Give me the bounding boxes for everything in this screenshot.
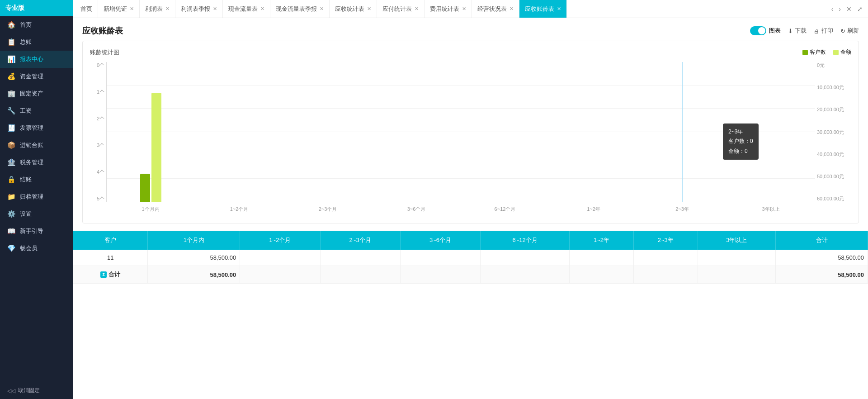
assets-icon: 🏢	[7, 90, 15, 98]
download-icon: ⬇	[788, 28, 793, 34]
y-right-label-10000: 10,000.00元	[817, 84, 844, 91]
sidebar-item-invoice[interactable]: 🧾 发票管理	[0, 119, 73, 137]
chart-x-labels: 1个月内 1~2个月 2~3个月 3~6个月 6~12个月 1~2年 2~3年 …	[106, 202, 815, 216]
tab-ar-stat[interactable]: 应收统计表 ✕	[330, 0, 377, 18]
y-right-label-30000: 30,000.00元	[817, 129, 844, 136]
sidebar-item-closing[interactable]: 🔒 结账	[0, 171, 73, 188]
page-content: 应收账龄表 图表 ⬇ 下载 🖨 打印 ↻ 刷新	[73, 18, 868, 399]
download-label: 下载	[795, 27, 807, 35]
table-row: 11 58,500.00 58,500.00	[73, 250, 868, 266]
tab-business-close[interactable]: ✕	[509, 6, 514, 12]
refresh-icon: ↻	[840, 28, 845, 34]
sidebar-item-label: 工资	[20, 107, 32, 115]
sidebar-item-ledger[interactable]: 📋 总账	[0, 33, 73, 51]
tab-expense[interactable]: 费用统计表 ✕	[425, 0, 472, 18]
y-right-label-50000: 50,000.00元	[817, 173, 844, 180]
tab-profit[interactable]: 利润表 ✕	[140, 0, 175, 18]
th-year2-3: 2~3年	[633, 231, 698, 250]
x-label-8: 3年以上	[726, 202, 815, 216]
tab-cashflow-close[interactable]: ✕	[260, 6, 264, 12]
tab-cashflow-quarter-close[interactable]: ✕	[320, 6, 324, 12]
sidebar-item-label: 税务管理	[20, 158, 43, 166]
chart-toggle-wrap: 图表	[750, 26, 781, 35]
total-icon: Σ	[100, 271, 107, 278]
chart-y-left: 5个 4个 3个 2个 1个 0个	[90, 62, 106, 202]
sidebar-item-label: 畅会员	[20, 244, 38, 252]
td-total-month1-2	[240, 266, 320, 284]
sidebar-item-guide[interactable]: 📖 新手引导	[0, 223, 73, 240]
td-total-month1: 58,500.00	[148, 266, 240, 284]
chart-toggle[interactable]	[750, 26, 766, 35]
tab-business-label: 经营状况表	[477, 5, 507, 13]
purchase-icon: 📦	[7, 141, 15, 149]
tab-ap-stat-close[interactable]: ✕	[415, 6, 419, 12]
print-button[interactable]: 🖨 打印	[814, 27, 833, 35]
tab-bar: 首页 新增凭证 ✕ 利润表 ✕ 利润表季报 ✕ 现金流量表 ✕ 现金流量表季报 …	[73, 0, 868, 18]
refresh-label: 刷新	[847, 27, 859, 35]
funds-icon: 💰	[7, 72, 15, 81]
tab-business[interactable]: 经营状况表 ✕	[472, 0, 519, 18]
sidebar-item-label: 发票管理	[20, 124, 43, 132]
settings-icon: ⚙️	[7, 210, 15, 218]
y-right-label-0: 0元	[817, 62, 825, 69]
tab-expense-close[interactable]: ✕	[462, 6, 466, 12]
sidebar-item-member[interactable]: 💎 畅会员	[0, 240, 73, 257]
th-month1: 1个月内	[148, 231, 240, 250]
print-label: 打印	[821, 27, 833, 35]
ledger-icon: 📋	[7, 38, 15, 46]
sidebar-item-home[interactable]: 🏠 首页	[0, 16, 73, 33]
legend-customer-dot	[802, 50, 808, 55]
tab-close-all-btn[interactable]: ✕	[844, 5, 854, 14]
tab-expand-btn[interactable]: ⤢	[855, 5, 864, 14]
home-icon: 🏠	[7, 21, 15, 29]
x-label-6: 1~2年	[549, 202, 638, 216]
chart-plot: 2~3年 客户数：0 金额：0	[106, 62, 815, 202]
salary-icon: 🔧	[7, 107, 15, 115]
tab-profit-quarter[interactable]: 利润表季报 ✕	[175, 0, 223, 18]
y-left-label-5: 5个	[97, 195, 104, 202]
td-total-year1-2	[570, 266, 634, 284]
tab-ar-aging-close[interactable]: ✕	[557, 6, 561, 12]
sidebar-item-assets[interactable]: 🏢 固定资产	[0, 85, 73, 102]
tab-next-btn[interactable]: ›	[837, 5, 843, 14]
chart-legend: 客户数 金额	[802, 48, 851, 56]
tab-ar-aging[interactable]: 应收账龄表 ✕	[519, 0, 567, 18]
sidebar-item-settings[interactable]: ⚙️ 设置	[0, 205, 73, 223]
sidebar-item-tax[interactable]: 🏦 税务管理	[0, 154, 73, 171]
page-actions: 图表 ⬇ 下载 🖨 打印 ↻ 刷新	[750, 26, 859, 35]
tab-voucher-close[interactable]: ✕	[130, 6, 134, 12]
sidebar-item-label: 进销台账	[20, 141, 43, 149]
y-right-label-20000: 20,000.00元	[817, 106, 844, 113]
tab-cashflow-quarter[interactable]: 现金流量表季报 ✕	[270, 0, 330, 18]
sidebar-item-funds[interactable]: 💰 资金管理	[0, 68, 73, 85]
tab-ar-stat-close[interactable]: ✕	[367, 6, 371, 12]
tab-cashflow[interactable]: 现金流量表 ✕	[223, 0, 270, 18]
tab-profit-close[interactable]: ✕	[165, 6, 170, 12]
tab-ap-stat[interactable]: 应付统计表 ✕	[377, 0, 425, 18]
download-button[interactable]: ⬇ 下载	[788, 27, 807, 35]
tab-ar-aging-label: 应收账龄表	[525, 5, 554, 13]
refresh-button[interactable]: ↻ 刷新	[840, 27, 859, 35]
sidebar-collapse-btn[interactable]: ◁◁ 取消固定	[0, 382, 73, 399]
bar-amount-1	[151, 93, 161, 202]
tab-home-label: 首页	[80, 5, 92, 13]
sidebar-item-reports[interactable]: 📊 报表中心	[0, 51, 73, 68]
sidebar-item-label: 报表中心	[20, 55, 43, 63]
sidebar-item-label: 总账	[20, 38, 32, 46]
tab-profit-quarter-close[interactable]: ✕	[213, 6, 217, 12]
tab-prev-btn[interactable]: ‹	[830, 5, 835, 14]
bar-group-4	[373, 62, 461, 202]
td-total-month6-12	[481, 266, 570, 284]
sidebar-item-purchase[interactable]: 📦 进销台账	[0, 137, 73, 154]
tab-nav-buttons: ‹ › ✕ ⤢	[828, 5, 866, 14]
y-left-label-2: 2个	[97, 115, 104, 122]
tab-home[interactable]: 首页	[75, 0, 98, 18]
tab-voucher-label: 新增凭证	[104, 5, 127, 13]
table-total-row: Σ 合计 58,500.00 58,500.00	[73, 266, 868, 284]
chart-toggle-label: 图表	[769, 27, 781, 35]
invoice-icon: 🧾	[7, 124, 15, 132]
tab-voucher[interactable]: 新增凭证 ✕	[98, 0, 140, 18]
chart-area: 账龄统计图 客户数 金额 5个 4个 3个 2个 1个	[82, 41, 859, 223]
sidebar-item-salary[interactable]: 🔧 工资	[0, 102, 73, 119]
sidebar-item-archive[interactable]: 📁 归档管理	[0, 188, 73, 205]
